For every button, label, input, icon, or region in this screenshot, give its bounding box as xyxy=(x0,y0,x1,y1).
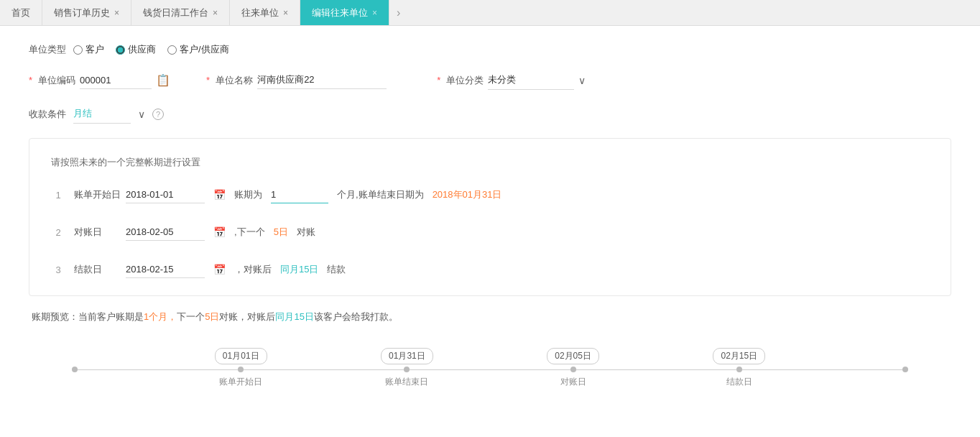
timeline-end-dot xyxy=(902,367,908,372)
period-suffix: 个月,账单结束日期为 xyxy=(337,188,424,201)
unit-name-group: * 单位名称 xyxy=(206,72,387,89)
settings-title: 请按照未来的一个完整帐期进行设置 xyxy=(51,156,929,169)
preview-suffix: 该客户会给我打款。 xyxy=(314,311,398,322)
tab-partner[interactable]: 往来单位 × xyxy=(230,0,300,25)
tl-node-2: 01月31日 账单结束日 xyxy=(404,367,410,372)
row-label-2: 对账日 xyxy=(74,226,117,239)
tl-dot-3 xyxy=(570,367,576,372)
unit-category-label: 单位分类 xyxy=(446,74,484,87)
statement-desc-suffix: 对账 xyxy=(297,226,315,239)
tab-close-partner[interactable]: × xyxy=(283,8,288,18)
tl-label-1: 账单开始日 xyxy=(219,376,262,388)
unit-category-required: * xyxy=(437,75,440,86)
unit-category-dropdown-icon[interactable]: ∨ xyxy=(578,75,586,86)
preview-date-highlight: 5日 xyxy=(205,311,219,322)
unit-type-label: 单位类型 xyxy=(29,43,66,56)
tl-label-3: 对账日 xyxy=(560,376,586,388)
row-label-3: 结款日 xyxy=(74,263,117,276)
row-num-1: 1 xyxy=(51,190,65,201)
unit-code-label: 单位编码 xyxy=(38,74,75,87)
unit-info-row: * 单位编码 📋 * 单位名称 * 单位分类 未分类 ∨ xyxy=(29,70,951,90)
tl-dot-2 xyxy=(404,367,410,372)
statement-date-calendar-icon[interactable]: 📅 xyxy=(213,226,226,238)
tab-close-sales-history[interactable]: × xyxy=(114,8,119,18)
tl-tag-4: 02月15日 xyxy=(713,348,765,364)
radio-customer[interactable]: 客户 xyxy=(73,43,104,56)
preview-prefix: 账期预览：当前客户账期是 xyxy=(32,311,144,322)
tab-edit-partner[interactable]: 编辑往来单位 × xyxy=(300,0,389,25)
collection-value: 月结 xyxy=(73,107,92,120)
collection-select[interactable]: 月结 xyxy=(73,104,131,124)
unit-code-input[interactable] xyxy=(80,72,152,89)
settle-date-input[interactable] xyxy=(126,261,205,278)
statement-date-input[interactable] xyxy=(126,224,205,241)
tl-node-4: 02月15日 结款日 xyxy=(736,367,742,372)
tl-dot-4 xyxy=(736,367,742,372)
period-prefix: 账期为 xyxy=(234,188,262,201)
tl-tag-1: 01月01日 xyxy=(215,348,267,364)
collection-label: 收款条件 xyxy=(29,108,66,121)
timeline: 01月01日 账单开始日 01月31日 账单结束日 02月05日 对账日 xyxy=(43,345,937,402)
row-num-3: 3 xyxy=(51,264,65,275)
row-num-2: 2 xyxy=(51,227,65,238)
preview-section: 账期预览：当前客户账期是1个月，下一个5日对账，对账后同月15日该客户会给我打款… xyxy=(29,310,951,323)
main-content: 单位类型 客户 供应商 客户/供应商 * 单位编码 📋 * 单位名称 xyxy=(0,26,980,437)
unit-name-input[interactable] xyxy=(257,72,387,89)
settle-desc-suffix: 结款 xyxy=(327,263,346,276)
preview-settle-highlight: 同月15日 xyxy=(275,311,313,322)
unit-category-value: 未分类 xyxy=(488,73,516,86)
tl-node-1: 01月01日 账单开始日 xyxy=(238,367,244,372)
statement-desc-highlight: 5日 xyxy=(274,226,288,239)
tl-label-4: 结款日 xyxy=(726,376,752,388)
tab-close-edit-partner[interactable]: × xyxy=(372,8,377,18)
preview-period: 1个月， xyxy=(144,311,177,322)
settings-row-2: 2 对账日 📅 ,下一个5日对账 xyxy=(51,224,929,241)
unit-code-group: * 单位编码 📋 xyxy=(29,72,170,89)
start-date-calendar-icon[interactable]: 📅 xyxy=(213,189,226,201)
tab-cash-workbench[interactable]: 钱货日清工作台 × xyxy=(131,0,230,25)
tl-node-3: 02月05日 对账日 xyxy=(570,367,576,372)
statement-desc-prefix: ,下一个 xyxy=(234,226,265,239)
tab-sales-history[interactable]: 销售订单历史 × xyxy=(42,0,131,25)
tab-close-cash-workbench[interactable]: × xyxy=(213,8,218,18)
settings-row-3: 3 结款日 📅 ，对账后同月15日结款 xyxy=(51,261,929,278)
tab-home[interactable]: 首页 xyxy=(0,0,42,25)
settings-row-1: 1 账单开始日 📅 账期为 个月,账单结束日期为 2018年01月31日 xyxy=(51,186,929,203)
tl-label-2: 账单结束日 xyxy=(385,376,428,388)
unit-type-row: 单位类型 客户 供应商 客户/供应商 xyxy=(29,43,951,56)
tl-tag-2: 01月31日 xyxy=(381,348,433,364)
collection-row: 收款条件 月结 ∨ ? xyxy=(29,104,951,124)
preview-connector2: 对账，对账后 xyxy=(219,311,275,322)
preview-connector1: 下一个 xyxy=(177,311,205,322)
unit-category-select[interactable]: 未分类 xyxy=(488,70,574,90)
radio-both[interactable]: 客户/供应商 xyxy=(167,43,229,56)
row-label-1: 账单开始日 xyxy=(74,188,117,201)
unit-category-group: * 单位分类 未分类 ∨ xyxy=(437,70,586,90)
unit-name-label: 单位名称 xyxy=(216,74,253,87)
tab-bar: 首页 销售订单历史 × 钱货日清工作台 × 往来单位 × 编辑往来单位 × › xyxy=(0,0,980,26)
start-date-input[interactable] xyxy=(126,186,205,203)
unit-code-calendar-icon[interactable]: 📋 xyxy=(156,73,170,87)
radio-supplier[interactable]: 供应商 xyxy=(116,43,156,56)
collection-dropdown-icon[interactable]: ∨ xyxy=(138,109,145,120)
tl-tag-3: 02月05日 xyxy=(547,348,599,364)
settle-desc-highlight: 同月15日 xyxy=(280,263,318,276)
tl-dot-1 xyxy=(238,367,244,372)
settings-box: 请按照未来的一个完整帐期进行设置 1 账单开始日 📅 账期为 个月,账单结束日期… xyxy=(29,138,951,296)
timeline-start-dot xyxy=(72,367,78,372)
unit-type-radio-group: 客户 供应商 客户/供应商 xyxy=(73,43,229,56)
unit-code-required: * xyxy=(29,75,32,86)
settle-date-calendar-icon[interactable]: 📅 xyxy=(213,264,226,275)
period-end-date: 2018年01月31日 xyxy=(433,188,502,201)
period-input[interactable] xyxy=(271,186,328,203)
tab-scroll-arrow[interactable]: › xyxy=(389,0,407,25)
collection-help-icon[interactable]: ? xyxy=(152,109,164,120)
settle-desc-prefix: ，对账后 xyxy=(234,263,272,276)
unit-name-required: * xyxy=(206,75,210,86)
